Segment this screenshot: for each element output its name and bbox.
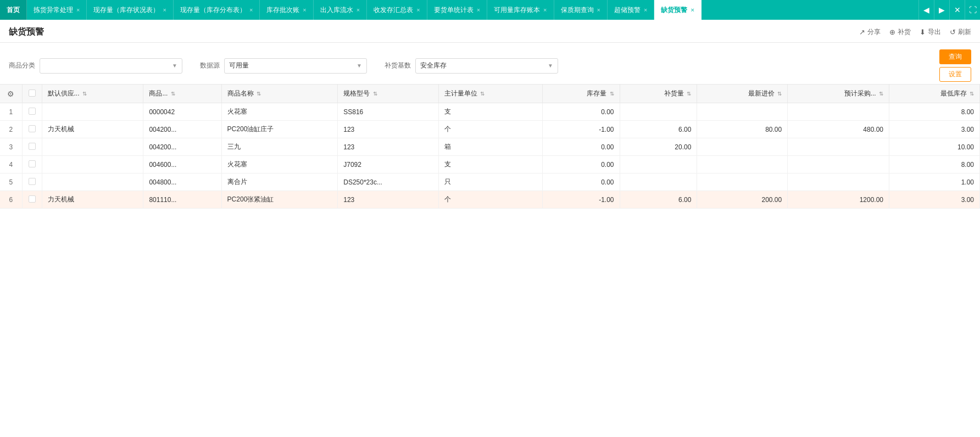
col-product-name-header: 商品名称 ⇅: [221, 85, 338, 103]
col-replenish-header: 补货量 ⇅: [620, 85, 697, 103]
row-checkbox-cell: [22, 173, 42, 191]
nav-tab-summary-close[interactable]: ×: [416, 7, 420, 13]
row-supplier: [42, 103, 143, 121]
row-replenish: 6.00: [620, 191, 697, 209]
nav-tab-order[interactable]: 要货单统计表 ×: [427, 0, 487, 20]
row-checkbox[interactable]: [29, 178, 36, 185]
row-min-stock: 8.00: [889, 103, 980, 121]
col-checkbox-header: [22, 85, 42, 103]
row-product-name: 离合片: [221, 173, 338, 191]
table-wrapper: ⚙ 默认供应... ⇅ 商品... ⇅ 商品名称 ⇅: [0, 84, 980, 209]
row-replenish: 6.00: [620, 121, 697, 138]
datasource-select[interactable]: 可用量 ▼: [224, 58, 367, 74]
nav-tab-expiry-close[interactable]: ×: [597, 7, 600, 13]
share-button[interactable]: ↗ 分享: [859, 27, 881, 37]
export-label: 导出: [928, 27, 941, 37]
col-price-header: 最新进价 ⇅: [697, 85, 788, 103]
row-product-name: 火花塞: [221, 156, 338, 173]
table-row[interactable]: 3 004200... 三九 123 箱 0.00 20.00 10.00: [0, 138, 980, 156]
col-supplier-sort-icon[interactable]: ⇅: [82, 91, 87, 97]
nav-tab-home[interactable]: 首页: [0, 0, 27, 20]
col-replenish-sort-icon[interactable]: ⇅: [687, 91, 691, 97]
refresh-button[interactable]: ↺ 刷新: [950, 27, 971, 37]
row-price: [697, 156, 788, 173]
table-row[interactable]: 2 力天机械 004200... PC200油缸庄子 123 个 -1.00 6…: [0, 121, 980, 138]
col-product-code-label: 商品...: [149, 89, 168, 97]
nav-tab-overstock-close[interactable]: ×: [644, 7, 647, 13]
row-spec: 123: [338, 138, 439, 156]
replenish-button[interactable]: ⊕ 补货: [889, 27, 911, 37]
datasource-value: 可用量: [229, 61, 249, 70]
nav-tab-shortage[interactable]: 缺货预警 ×: [654, 0, 701, 20]
row-checkbox[interactable]: [29, 160, 36, 167]
nav-tab-summary[interactable]: 收发存汇总表 ×: [367, 0, 427, 20]
nav-close-arrow[interactable]: ✕: [949, 0, 965, 20]
col-spec-sort-icon[interactable]: ⇅: [373, 91, 377, 97]
nav-tab-flow[interactable]: 出入库流水 ×: [314, 0, 367, 20]
export-icon: ⬇: [920, 28, 926, 36]
nav-tab-stock1-close[interactable]: ×: [163, 7, 166, 13]
nav-tab-shortage-close[interactable]: ×: [691, 7, 694, 13]
row-replenish: [620, 156, 697, 173]
share-label: 分享: [867, 27, 881, 37]
row-spec: J7092: [338, 156, 439, 173]
row-index: 3: [0, 138, 22, 156]
nav-tab-picking[interactable]: 拣货异常处理 ×: [27, 0, 87, 20]
row-spec: 123: [338, 121, 439, 138]
table-row[interactable]: 1 0000042 火花塞 SS816 支 0.00 8.00: [0, 103, 980, 121]
nav-expand-arrow[interactable]: ⛶: [965, 0, 980, 20]
nav-tab-available[interactable]: 可用量库存账本 ×: [487, 0, 554, 20]
nav-tab-batch-close[interactable]: ×: [303, 7, 306, 13]
row-product-code: 004200...: [143, 121, 221, 138]
share-icon: ↗: [859, 28, 865, 36]
row-supplier: [42, 173, 143, 191]
category-select[interactable]: ▼: [40, 58, 182, 74]
table-row[interactable]: 5 004800... 离合片 DS250*23c... 只 0.00 1.00: [0, 173, 980, 191]
nav-tab-batch[interactable]: 库存批次账 ×: [260, 0, 313, 20]
nav-tab-order-label: 要货单统计表: [434, 5, 474, 15]
query-button[interactable]: 查询: [939, 49, 971, 64]
row-checkbox-cell: [22, 121, 42, 138]
nav-prev-arrow[interactable]: ◀: [918, 0, 934, 20]
select-all-checkbox[interactable]: [29, 89, 36, 97]
table-row[interactable]: 6 力天机械 801110... PC200张紧油缸 123 个 -1.00 6…: [0, 191, 980, 209]
col-stock-label: 库存量: [587, 89, 606, 97]
col-product-name-sort-icon[interactable]: ⇅: [257, 91, 261, 97]
table-settings-icon[interactable]: ⚙: [7, 89, 14, 98]
row-min-stock: 1.00: [889, 173, 980, 191]
nav-arrows: ◀ ▶ ✕ ⛶: [918, 0, 980, 20]
row-index: 4: [0, 156, 22, 173]
nav-tab-stock1[interactable]: 现存量（库存状况表） ×: [87, 0, 173, 20]
table-row[interactable]: 4 004600... 火花塞 J7092 支 0.00 8.00: [0, 156, 980, 173]
row-price: [697, 103, 788, 121]
row-price: 200.00: [697, 191, 788, 209]
col-stock-sort-icon[interactable]: ⇅: [610, 91, 614, 97]
row-checkbox[interactable]: [29, 143, 36, 150]
nav-tab-picking-close[interactable]: ×: [76, 7, 80, 13]
col-settings: ⚙: [0, 85, 22, 103]
col-unit-sort-icon[interactable]: ⇅: [480, 91, 485, 97]
nav-tab-overstock[interactable]: 超储预警 ×: [608, 0, 654, 20]
col-price-sort-icon[interactable]: ⇅: [777, 91, 782, 97]
nav-tab-order-close[interactable]: ×: [477, 7, 480, 13]
nav-tab-stock2[interactable]: 现存量（库存分布表） ×: [174, 0, 260, 20]
filter-row: 商品分类 ▼ 数据源 可用量 ▼ 补货基数 安全库存 ▼ 查询 设置: [0, 43, 980, 84]
export-button[interactable]: ⬇ 导出: [920, 27, 941, 37]
replenish-select[interactable]: 安全库存 ▼: [415, 58, 558, 74]
nav-tab-expiry[interactable]: 保质期查询 ×: [554, 0, 608, 20]
row-price: [697, 138, 788, 156]
nav-tab-stock1-label: 现存量（库存状况表）: [93, 5, 159, 15]
nav-tab-stock2-close[interactable]: ×: [249, 7, 253, 13]
col-min-stock-sort-icon[interactable]: ⇅: [970, 91, 974, 97]
col-estimate-sort-icon[interactable]: ⇅: [879, 91, 883, 97]
col-product-code-sort-icon[interactable]: ⇅: [171, 91, 175, 97]
nav-tab-available-close[interactable]: ×: [543, 7, 547, 13]
row-checkbox[interactable]: [29, 125, 36, 132]
row-checkbox-cell: [22, 103, 42, 121]
settings-button[interactable]: 设置: [939, 67, 971, 82]
col-spec-label: 规格型号: [343, 89, 370, 97]
nav-next-arrow[interactable]: ▶: [934, 0, 949, 20]
row-checkbox[interactable]: [29, 108, 36, 115]
row-checkbox[interactable]: [29, 195, 36, 203]
nav-tab-flow-close[interactable]: ×: [357, 7, 360, 13]
